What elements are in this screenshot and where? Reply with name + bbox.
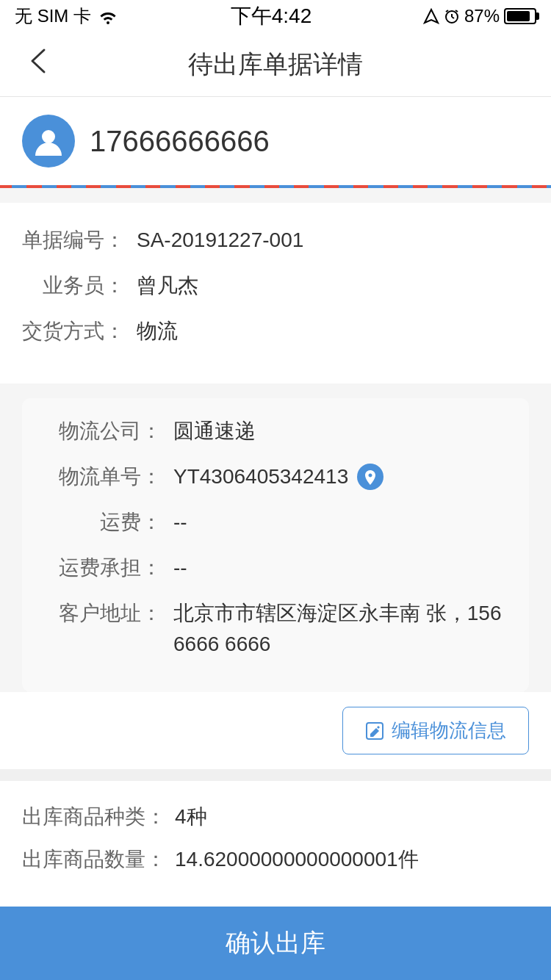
location-service-icon: [423, 8, 439, 24]
tracking-row: 物流单号： YT4306405342413: [44, 461, 507, 492]
logistics-card: 物流公司： 圆通速递 物流单号： YT4306405342413 运费： -- …: [22, 398, 529, 692]
svg-line-3: [446, 10, 448, 12]
confirm-button[interactable]: 确认出库: [0, 907, 551, 980]
summary-section: 出库商品种类： 4种 出库商品数量： 14.62000000000000001件: [0, 781, 551, 910]
tracking-label: 物流单号：: [44, 461, 162, 492]
edit-logistics-container: 编辑物流信息: [0, 692, 551, 769]
freight-value: --: [173, 507, 507, 538]
nav-bar: 待出库单据详情: [0, 32, 551, 97]
freight-bearer-label: 运费承担：: [44, 552, 162, 583]
edit-icon: [365, 721, 384, 741]
category-label: 出库商品种类：: [22, 803, 169, 831]
delivery-method-row: 交货方式： 物流: [22, 316, 529, 347]
divider-1: [0, 769, 551, 781]
order-number-value: SA-20191227-001: [137, 225, 529, 256]
edit-logistics-button[interactable]: 编辑物流信息: [342, 707, 529, 754]
logistics-company-label: 物流公司：: [44, 416, 162, 447]
confirm-label: 确认出库: [226, 926, 325, 960]
battery-icon: [504, 8, 536, 24]
freight-row: 运费： --: [44, 507, 507, 538]
quantity-value: 14.62000000000000001件: [175, 846, 419, 873]
freight-bearer-row: 运费承担： --: [44, 552, 507, 583]
customer-header: 17666666666: [0, 97, 551, 188]
order-info-section: 单据编号： SA-20191227-001 业务员： 曾凡杰 交货方式： 物流: [0, 203, 551, 383]
status-left: 无 SIM 卡: [15, 4, 119, 28]
delivery-method-label: 交货方式：: [22, 316, 125, 347]
carrier-text: 无 SIM 卡: [15, 4, 91, 28]
delivery-method-value: 物流: [137, 316, 529, 347]
wifi-icon: [97, 8, 119, 24]
sales-rep-label: 业务员：: [22, 270, 125, 301]
freight-label: 运费：: [44, 507, 162, 538]
order-number-row: 单据编号： SA-20191227-001: [22, 225, 529, 256]
status-time: 下午4:42: [231, 2, 312, 30]
quantity-row: 出库商品数量： 14.62000000000000001件: [22, 846, 529, 873]
address-value: 北京市市辖区海淀区永丰南 张，156 6666 6666: [173, 598, 507, 660]
quantity-label: 出库商品数量：: [22, 846, 169, 873]
category-row: 出库商品种类： 4种: [22, 803, 529, 831]
freight-bearer-value: --: [173, 552, 507, 583]
category-value: 4种: [175, 803, 207, 831]
customer-phone: 17666666666: [90, 125, 270, 158]
sales-rep-row: 业务员： 曾凡杰: [22, 270, 529, 301]
logistics-company-value: 圆通速递: [173, 416, 507, 447]
address-label: 客户地址：: [44, 598, 162, 629]
svg-line-4: [455, 10, 458, 12]
back-button[interactable]: [22, 40, 54, 89]
edit-logistics-label: 编辑物流信息: [392, 718, 506, 743]
status-bar: 无 SIM 卡 下午4:42 87%: [0, 0, 551, 32]
battery-percent: 87%: [464, 6, 500, 26]
order-number-label: 单据编号：: [22, 225, 125, 256]
avatar: [22, 115, 75, 167]
logistics-company-row: 物流公司： 圆通速递: [44, 416, 507, 447]
svg-line-2: [452, 17, 454, 18]
status-right: 87%: [423, 6, 536, 26]
sales-rep-value: 曾凡杰: [137, 270, 529, 301]
tracking-value: YT4306405342413: [173, 461, 507, 492]
tracking-location-icon[interactable]: [357, 464, 383, 490]
page-title: 待出库单据详情: [188, 48, 363, 82]
alarm-icon: [444, 8, 460, 24]
address-row: 客户地址： 北京市市辖区海淀区永丰南 张，156 6666 6666: [44, 598, 507, 660]
svg-point-5: [42, 130, 55, 143]
